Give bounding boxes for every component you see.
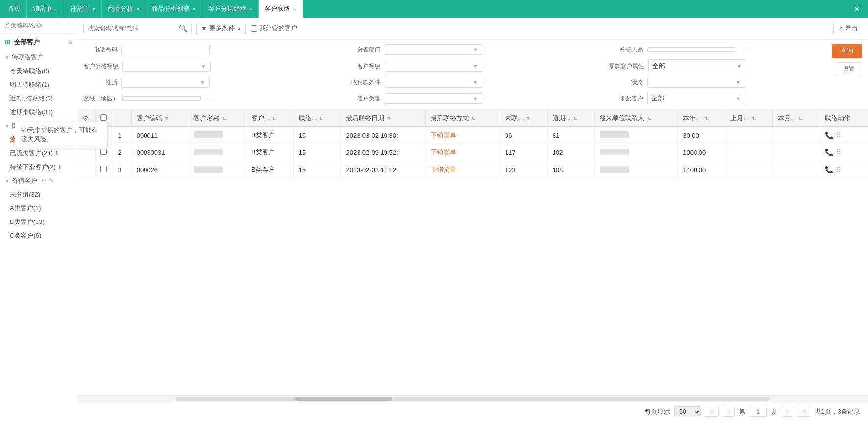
customer-type-select[interactable]: ▼	[385, 93, 482, 104]
contact-icon-2[interactable]: 📞	[825, 149, 833, 156]
person-more-icon[interactable]: ···	[741, 46, 747, 53]
region-more-icon[interactable]: ···	[207, 95, 213, 102]
sidebar-collapse-btn[interactable]: «	[69, 39, 72, 46]
settings-icon[interactable]: ⚙	[82, 114, 89, 122]
price-grade-select[interactable]: ▼	[122, 61, 211, 72]
th-contact-count[interactable]: 联络... ⇅	[293, 110, 341, 127]
horizontal-scroll-bar[interactable]	[77, 395, 868, 402]
retail-select[interactable]: 全部 ▼	[647, 92, 745, 105]
person-label: 分管人员	[609, 46, 643, 54]
sidebar-item-class-b[interactable]: B类客户(33)	[0, 215, 77, 229]
page-number-input[interactable]	[749, 407, 767, 417]
tab-product-list-close[interactable]: ×	[193, 6, 195, 12]
sidebar-item-ungrouped[interactable]: 未分组(32)	[0, 188, 77, 201]
sidebar-item-overdue[interactable]: 逾期未联络(30)	[0, 105, 77, 119]
export-btn[interactable]: ↗ 导出	[833, 22, 862, 35]
sidebar-all-customers-header[interactable]: ⊞ 全部客户 «	[0, 34, 77, 50]
tab-sales[interactable]: 销货单 ×	[27, 0, 64, 18]
th-this-year[interactable]: 本年... ⇅	[678, 110, 725, 127]
way-link-3[interactable]: 下销货单	[431, 166, 456, 173]
status-select[interactable]: ▼	[647, 77, 745, 88]
select-all-checkbox[interactable]	[100, 114, 107, 121]
th-last-month[interactable]: 上月... ⇅	[725, 110, 772, 127]
pending-contact-group[interactable]: ▼ 待联络客户	[0, 50, 77, 64]
search-input[interactable]	[88, 25, 176, 32]
contact-icon-1[interactable]: 📞	[825, 131, 833, 139]
tab-customer-tier[interactable]: 客户分层经营 ×	[202, 0, 259, 18]
phone-input[interactable]	[121, 44, 210, 55]
first-page-btn[interactable]: |<	[705, 407, 719, 417]
department-field: 分管部门 ▼	[337, 44, 600, 55]
tab-home[interactable]: 首页	[4, 0, 27, 18]
more-conditions-btn[interactable]: ▼ 更多条件 ▲	[196, 22, 246, 35]
way-link-2[interactable]: 下销货单	[431, 149, 456, 156]
th-contact-person[interactable]: 往来单位联系人 ⇅	[595, 110, 678, 127]
tab-purchase[interactable]: 进货单 ×	[64, 0, 101, 18]
region-label: 区域（地区）	[83, 95, 119, 103]
sidebar-item-class-c[interactable]: C类客户(6)	[0, 229, 77, 243]
tab-customer-contact[interactable]: 客户联络 ×	[259, 0, 302, 18]
search-submit-icon[interactable]: 🔍	[179, 25, 187, 32]
th-name[interactable]: 客户名称 ⇅	[189, 110, 246, 127]
sort-icon-name: ⇅	[222, 116, 226, 121]
th-last-way[interactable]: 最后联络方式 ⇅	[425, 110, 500, 127]
tab-product-analysis[interactable]: 商品分析 ×	[102, 0, 145, 18]
td-code-3: 000026	[131, 161, 189, 178]
td-uncontact-1: 96	[500, 127, 547, 144]
arrears-attr-select[interactable]: 全部 ▼	[648, 59, 746, 73]
settings-button[interactable]: 设置	[836, 62, 862, 75]
sidebar: 🔍 ⊞ 全部客户 « ▼ 待联络客户 今天待联络(0) 明天待联络(1) 近7天…	[0, 18, 77, 421]
td-actions-3: 📞 ⠿	[820, 161, 868, 178]
grid-icon: ⊞	[5, 38, 10, 46]
td-type-3: B类客户	[246, 161, 294, 178]
row-checkbox-3[interactable]	[100, 166, 107, 172]
sidebar-item-tomorrow[interactable]: 明天待联络(1)	[0, 78, 77, 92]
th-this-month[interactable]: 本月... ⇅	[772, 110, 820, 127]
th-uncontact[interactable]: 未联... ⇅	[500, 110, 547, 127]
per-page-select[interactable]: 50 20 100	[674, 406, 701, 417]
total-label: 共1页，3条记录	[815, 407, 860, 416]
tab-purchase-close[interactable]: ×	[92, 6, 95, 12]
tab-customer-contact-close[interactable]: ×	[293, 6, 296, 12]
gender-select[interactable]: ▼	[121, 77, 210, 88]
refresh-icon[interactable]: ↻	[41, 177, 46, 184]
region-select[interactable]	[122, 96, 201, 101]
td-date-3: 2023-02-03 11:12:	[341, 161, 425, 178]
my-customers-check[interactable]	[251, 25, 257, 32]
tab-customer-tier-close[interactable]: ×	[249, 6, 252, 12]
tab-product-list[interactable]: 商品分析列表 ×	[145, 0, 202, 18]
sidebar-item-lost[interactable]: 已流失客户(24) ℹ	[0, 147, 77, 160]
more-action-icon-3[interactable]: ⠿	[836, 166, 841, 173]
th-overdue[interactable]: 逾期... ⇅	[547, 110, 595, 127]
td-date-1: 2023-03-02 10:30:	[341, 127, 425, 144]
more-action-icon-1[interactable]: ⠿	[836, 131, 841, 139]
row-checkbox-2[interactable]	[100, 149, 107, 155]
department-select[interactable]: ▼	[385, 44, 482, 55]
more-action-icon-2[interactable]: ⠿	[836, 149, 841, 156]
th-last-date[interactable]: 最后联络日期 ⇅	[341, 110, 425, 127]
sidebar-item-today[interactable]: 今天待联络(0)	[0, 64, 77, 78]
sidebar-item-declining[interactable]: 持续下滑客户(2) ℹ	[0, 160, 77, 174]
last-page-btn[interactable]: >|	[797, 407, 811, 417]
tab-sales-close[interactable]: ×	[55, 6, 58, 12]
scroll-thumb[interactable]	[294, 397, 392, 401]
prev-page-btn[interactable]: <	[723, 407, 735, 417]
th-customer-type[interactable]: 客户... ⇅	[246, 110, 294, 127]
th-code[interactable]: 客户编码 ⇅	[131, 110, 189, 127]
edit-group-icon[interactable]: ✎	[49, 177, 54, 184]
my-customers-checkbox[interactable]: 我分管的客户	[251, 24, 297, 33]
scroll-track[interactable]	[175, 397, 770, 401]
tab-product-analysis-close[interactable]: ×	[136, 6, 139, 12]
contact-icon-3[interactable]: 📞	[825, 166, 833, 173]
way-link-1[interactable]: 下销货单	[431, 131, 456, 139]
window-close-icon[interactable]: ✕	[850, 4, 864, 14]
query-button[interactable]: 查询	[832, 44, 862, 58]
sidebar-search-input[interactable]	[5, 22, 77, 29]
next-page-btn[interactable]: >	[781, 407, 793, 417]
sidebar-item-class-a[interactable]: A类客户(1)	[0, 201, 77, 215]
payment-select[interactable]: ▼	[385, 77, 482, 88]
sidebar-item-7days[interactable]: 近7天待联络(0)	[0, 92, 77, 105]
customer-grade-select[interactable]: ▼	[385, 61, 482, 72]
person-select[interactable]	[647, 47, 735, 52]
value-customers-group[interactable]: ▼ 价值客户 ↻ ✎	[0, 174, 77, 188]
